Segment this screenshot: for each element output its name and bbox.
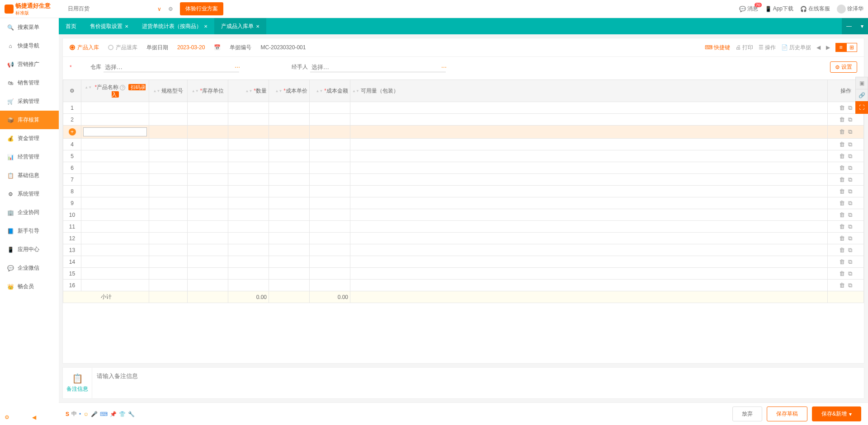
table-row[interactable]: 4 🗑 ⧉: [63, 139, 864, 150]
tab-minimize[interactable]: —: [842, 18, 856, 34]
ime-shirt-icon[interactable]: 👕: [119, 411, 126, 417]
copy-icon[interactable]: ⧉: [848, 141, 852, 148]
sidebar-item-3[interactable]: 🛍销售管理: [0, 74, 59, 92]
help-icon[interactable]: ?: [120, 85, 125, 90]
delete-icon[interactable]: 🗑: [839, 116, 845, 123]
collapse-icon[interactable]: ◀: [32, 414, 36, 420]
dock-item-2[interactable]: 🔗: [855, 89, 868, 102]
col-avail[interactable]: ▲▼可用量（包装）: [350, 80, 828, 102]
messages-link[interactable]: 💬 消息 70: [739, 5, 758, 13]
calendar-icon[interactable]: 📅: [214, 44, 221, 51]
tab-menu[interactable]: ▾: [856, 18, 868, 34]
delete-icon[interactable]: 🗑: [839, 104, 845, 111]
delete-icon[interactable]: 🗑: [839, 247, 845, 253]
table-row[interactable]: 11 🗑 ⧉: [63, 221, 864, 233]
copy-icon[interactable]: ⧉: [848, 270, 852, 277]
history-link[interactable]: 📄 历史单据: [781, 44, 811, 51]
table-row[interactable]: 14 🗑 ⧉: [63, 256, 864, 268]
copy-icon[interactable]: ⧉: [848, 153, 852, 159]
product-name-input[interactable]: [83, 127, 147, 136]
more-icon[interactable]: ⋯: [441, 64, 447, 70]
table-row[interactable]: 16 🗑 ⧉: [63, 280, 864, 291]
close-icon[interactable]: ✕: [125, 24, 128, 29]
table-row[interactable]: 10 🗑 ⧉: [63, 209, 864, 221]
delete-icon[interactable]: 🗑: [839, 282, 845, 289]
copy-icon[interactable]: ⧉: [848, 128, 852, 135]
copy-icon[interactable]: ⧉: [848, 223, 852, 230]
sidebar-item-13[interactable]: 💬企业微信: [0, 259, 59, 277]
ime-emoji-icon[interactable]: ☺: [83, 411, 89, 417]
settings-button[interactable]: ⚙ 设置: [830, 61, 857, 73]
table-row[interactable]: 1 🗑 ⧉: [63, 102, 864, 114]
copy-icon[interactable]: ⧉: [848, 282, 852, 289]
industry-selector[interactable]: 日用百货 ∨: [68, 5, 161, 13]
radio-product-in[interactable]: 产品入库: [70, 44, 99, 51]
table-row[interactable]: 2 🗑 ⧉: [63, 114, 864, 126]
sidebar-item-8[interactable]: 📋基础信息: [0, 166, 59, 185]
delete-icon[interactable]: 🗑: [839, 188, 845, 195]
close-icon[interactable]: ✕: [204, 24, 208, 29]
tab-3[interactable]: 产成品入库单✕: [214, 18, 266, 34]
sidebar-item-9[interactable]: ⚙系统管理: [0, 185, 59, 203]
service-link[interactable]: 🎧 在线客服: [800, 5, 830, 13]
warehouse-input[interactable]: [104, 62, 239, 72]
col-price[interactable]: ▲▼*成本单价: [269, 80, 310, 102]
sidebar-item-12[interactable]: 📱应用中心: [0, 240, 59, 259]
dock-item-1[interactable]: ▣: [855, 77, 868, 89]
sidebar-item-4[interactable]: 🛒采购管理: [0, 92, 59, 111]
col-qty[interactable]: ▲▼*数量: [228, 80, 269, 102]
sidebar-item-0[interactable]: 🔍搜索菜单: [0, 18, 59, 37]
download-link[interactable]: 📱 App下载: [765, 5, 793, 13]
col-amount[interactable]: ▲▼*成本金额: [310, 80, 350, 102]
col-unit[interactable]: ▲▼*库存单位: [188, 80, 228, 102]
user-menu[interactable]: 徐泽华: [837, 5, 863, 14]
table-row[interactable]: 13 🗑 ⧉: [63, 244, 864, 256]
sidebar-item-5[interactable]: 📦库存核算: [0, 111, 59, 129]
close-icon[interactable]: ✕: [256, 24, 259, 29]
delete-icon[interactable]: 🗑: [839, 141, 845, 148]
delete-icon[interactable]: 🗑: [839, 153, 845, 159]
radio-product-out[interactable]: 产品退库: [108, 44, 137, 51]
ime-keyboard-icon[interactable]: ⌨: [100, 411, 108, 417]
delete-icon[interactable]: 🗑: [839, 258, 845, 265]
view-list-button[interactable]: ≡: [835, 43, 846, 52]
table-row[interactable]: 9 🗑 ⧉: [63, 197, 864, 209]
table-row[interactable]: 6 🗑 ⧉: [63, 162, 864, 174]
tab-2[interactable]: 进货单统计表（按商品）✕: [135, 18, 214, 34]
shortcut-link[interactable]: ⌨ 快捷键: [705, 44, 730, 51]
view-card-button[interactable]: ⊞: [846, 43, 857, 52]
gear-icon[interactable]: ⚙: [168, 6, 173, 12]
tab-0[interactable]: 首页: [59, 18, 83, 34]
experience-button[interactable]: 体验行业方案: [180, 2, 223, 15]
sidebar-item-1[interactable]: ⌂快捷导航: [0, 37, 59, 55]
tab-1[interactable]: 售价提取设置✕: [83, 18, 135, 34]
ime-mic-icon[interactable]: 🎤: [91, 411, 98, 417]
gear-icon[interactable]: ⚙: [70, 88, 75, 94]
table-row[interactable]: + 🗑 ⧉: [63, 126, 864, 139]
prev-icon[interactable]: ◀: [816, 44, 821, 51]
delete-icon[interactable]: 🗑: [839, 164, 845, 171]
copy-icon[interactable]: ⧉: [848, 116, 852, 123]
delete-icon[interactable]: 🗑: [839, 176, 845, 183]
copy-icon[interactable]: ⧉: [848, 247, 852, 253]
add-row-button[interactable]: +: [69, 128, 76, 135]
table-row[interactable]: 12 🗑 ⧉: [63, 233, 864, 244]
sidebar-item-6[interactable]: 💰资金管理: [0, 129, 59, 148]
delete-icon[interactable]: 🗑: [839, 235, 845, 242]
sidebar-item-2[interactable]: 📢营销推广: [0, 55, 59, 74]
save-draft-button[interactable]: 保存草稿: [767, 406, 807, 421]
sidebar-item-10[interactable]: 🏢企业协同: [0, 203, 59, 222]
delete-icon[interactable]: 🗑: [839, 128, 845, 135]
date-value[interactable]: 2023-03-20: [177, 44, 205, 51]
copy-icon[interactable]: ⧉: [848, 200, 852, 206]
discard-button[interactable]: 放弃: [732, 406, 762, 421]
col-spec[interactable]: ▲▼规格型号: [149, 80, 188, 102]
operation-link[interactable]: ☰ 操作: [759, 44, 776, 51]
delete-icon[interactable]: 🗑: [839, 200, 845, 206]
save-and-new-button[interactable]: 保存&新增▾: [812, 406, 861, 421]
table-row[interactable]: 8 🗑 ⧉: [63, 186, 864, 197]
sidebar-item-14[interactable]: 👑畅会员: [0, 277, 59, 296]
copy-icon[interactable]: ⧉: [848, 164, 852, 171]
ime-dot-icon[interactable]: •: [79, 411, 81, 417]
print-link[interactable]: 🖨 打印: [736, 44, 753, 51]
